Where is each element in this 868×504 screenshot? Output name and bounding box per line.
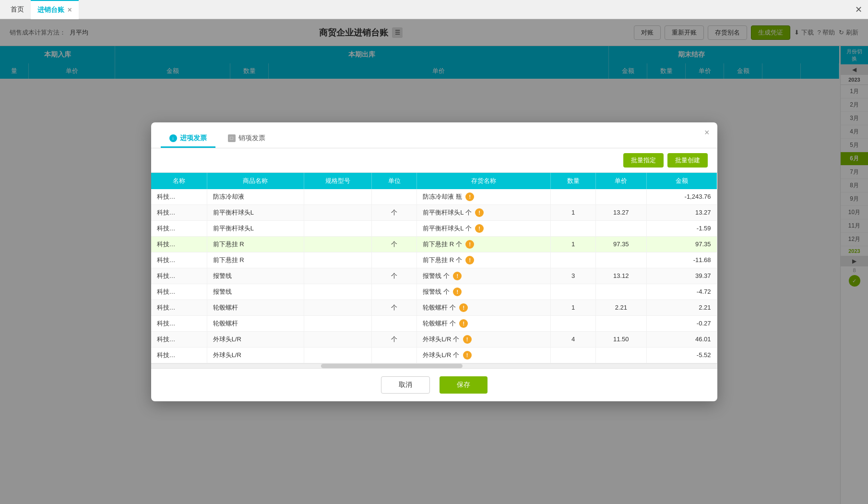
window-close-button[interactable]: ✕	[855, 4, 862, 15]
cell-name: 科技…	[151, 204, 207, 220]
cell-amount: -11.68	[646, 252, 717, 268]
cell-amount: 97.35	[646, 236, 717, 252]
overlay: ↓ 进项发票 □ 销项发票 × 批量指定 批量创建 名称	[0, 19, 868, 504]
table-header-row: 名称 商品名称 规格型号 单位 存货名称 数量 单价 金额	[151, 173, 717, 189]
cell-qty: 1	[551, 204, 596, 220]
cell-unit	[372, 252, 417, 268]
cell-amount: 46.01	[646, 331, 717, 347]
input-invoice-icon: ↓	[169, 134, 177, 142]
batch-create-button[interactable]: 批量创建	[667, 153, 708, 168]
tab-home[interactable]: 首页	[4, 0, 31, 19]
table-row: 科技… 报警线 个 报警线 个 ! 3 13.12 39.37	[151, 268, 717, 284]
cell-amount: -1.59	[646, 220, 717, 236]
table-row: 科技… 前下悬挂 R 前下悬挂 R 个 ! -11.68	[151, 252, 717, 268]
cell-amount: -1,243.76	[646, 189, 717, 205]
cell-spec	[304, 220, 372, 236]
cell-name: 科技…	[151, 284, 207, 300]
tab-input-invoice[interactable]: ↓ 进项发票	[161, 130, 215, 148]
cell-qty	[551, 284, 596, 300]
warning-icon: !	[475, 208, 484, 217]
dialog-table-wrap[interactable]: 名称 商品名称 规格型号 单位 存货名称 数量 单价 金额 科技… 防冻冷却液	[151, 172, 717, 363]
cell-unit	[372, 284, 417, 300]
tab-ledger[interactable]: 进销台账 ✕	[31, 0, 79, 19]
warning-icon: !	[459, 303, 468, 312]
tab-output-invoice[interactable]: □ 销项发票	[219, 130, 274, 148]
cell-stock: 前下悬挂 R 个 !	[417, 236, 551, 252]
table-row: 科技… 轮毂螺杆 轮毂螺杆 个 ! -0.27	[151, 315, 717, 331]
cell-stock: 报警线 个 !	[417, 268, 551, 284]
cell-goods: 轮毂螺杆	[207, 315, 304, 331]
warning-icon: !	[459, 319, 468, 328]
cell-goods: 前下悬挂 R	[207, 252, 304, 268]
cancel-button[interactable]: 取消	[381, 376, 430, 394]
cell-goods: 前平衡杆球头L	[207, 204, 304, 220]
cell-goods: 防冻冷却液	[207, 189, 304, 205]
cell-stock: 外球头L/R 个 !	[417, 331, 551, 347]
cell-price	[595, 347, 646, 363]
cell-price: 97.35	[595, 236, 646, 252]
invoice-table: 名称 商品名称 规格型号 单位 存货名称 数量 单价 金额 科技… 防冻冷却液	[151, 173, 717, 363]
table-row: 科技… 报警线 报警线 个 ! -4.72	[151, 284, 717, 300]
cell-spec	[304, 300, 372, 315]
warning-icon: !	[465, 256, 474, 264]
cell-unit: 个	[372, 204, 417, 220]
dialog-close-button[interactable]: ×	[704, 128, 710, 137]
cell-amount: 39.37	[646, 268, 717, 284]
cell-price: 13.27	[595, 204, 646, 220]
cell-qty	[551, 220, 596, 236]
save-button[interactable]: 保存	[440, 376, 488, 394]
cell-name: 科技…	[151, 315, 207, 331]
cell-spec	[304, 252, 372, 268]
col-unit: 单位	[372, 173, 417, 189]
cell-goods: 报警线	[207, 284, 304, 300]
cell-stock: 轮毂螺杆 个 !	[417, 300, 551, 315]
table-row: 科技… 前平衡杆球头L 前平衡杆球头L 个 ! -1.59	[151, 220, 717, 236]
cell-name: 科技…	[151, 347, 207, 363]
cell-amount: 2.21	[646, 300, 717, 315]
cell-name: 科技…	[151, 189, 207, 205]
cell-stock: 前平衡杆球头L 个 !	[417, 204, 551, 220]
table-row: 科技… 防冻冷却液 防冻冷却液 瓶 ! -1,243.76	[151, 189, 717, 205]
col-price: 单价	[595, 173, 646, 189]
dialog-toolbar: 批量指定 批量创建	[151, 148, 717, 172]
tab-input-invoice-label: 进项发票	[180, 134, 207, 143]
cell-qty: 4	[551, 331, 596, 347]
cell-price	[595, 315, 646, 331]
warning-icon: !	[463, 335, 472, 344]
col-name: 名称	[151, 173, 207, 189]
cell-stock: 防冻冷却液 瓶 !	[417, 189, 551, 205]
cell-price	[595, 189, 646, 205]
cell-qty	[551, 189, 596, 205]
cell-stock: 前平衡杆球头L 个 !	[417, 220, 551, 236]
cell-price: 11.50	[595, 331, 646, 347]
cell-unit: 个	[372, 268, 417, 284]
tab-ledger-close[interactable]: ✕	[67, 7, 72, 13]
warning-icon: !	[475, 224, 484, 233]
warning-icon: !	[453, 272, 462, 280]
warning-icon: !	[465, 192, 474, 201]
cell-name: 科技…	[151, 220, 207, 236]
cell-goods: 前平衡杆球头L	[207, 220, 304, 236]
tab-ledger-label: 进销台账	[37, 6, 64, 14]
cell-price	[595, 284, 646, 300]
cell-price	[595, 220, 646, 236]
cell-name: 科技…	[151, 331, 207, 347]
dialog-scrollbar-thumb	[321, 364, 463, 368]
cell-spec	[304, 331, 372, 347]
cell-stock: 轮毂螺杆 个 !	[417, 315, 551, 331]
col-spec: 规格型号	[304, 173, 372, 189]
cell-goods: 轮毂螺杆	[207, 300, 304, 315]
cell-price: 13.12	[595, 268, 646, 284]
warning-icon: !	[463, 351, 472, 360]
warning-icon: !	[453, 288, 462, 296]
tab-bar: 首页 进销台账 ✕ ✕	[0, 0, 868, 19]
table-row: 科技… 轮毂螺杆 个 轮毂螺杆 个 ! 1 2.21 2.21	[151, 300, 717, 315]
tab-home-label: 首页	[11, 5, 24, 14]
cell-qty	[551, 252, 596, 268]
dialog-scrollbar[interactable]	[151, 363, 717, 368]
col-goods: 商品名称	[207, 173, 304, 189]
cell-name: 科技…	[151, 300, 207, 315]
batch-assign-button[interactable]: 批量指定	[623, 153, 664, 168]
cell-price	[595, 252, 646, 268]
warning-icon: !	[465, 240, 474, 249]
